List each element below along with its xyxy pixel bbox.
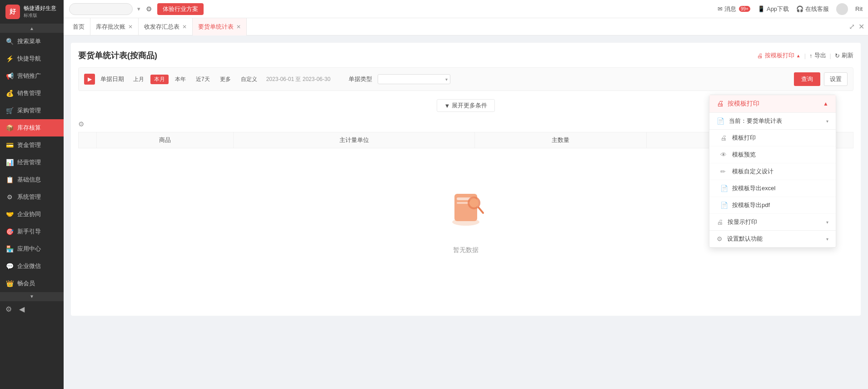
order-type-select[interactable] (378, 74, 450, 84)
date-btn-this-month[interactable]: 本月 (150, 75, 169, 84)
filter-expand-icon[interactable]: ▶ (84, 74, 95, 85)
sidebar: 好 畅捷通好生意 标准版 ▲ 🔍 搜索菜单 ⚡ 快捷导航 📢 营销推广 💰 销售… (0, 0, 64, 389)
finance-icon: 💳 (5, 141, 14, 149)
collab-icon: 🤝 (5, 210, 14, 218)
date-btn-this-year[interactable]: 本年 (171, 75, 190, 84)
sidebar-item-collab[interactable]: 🤝 企业协同 (0, 206, 64, 223)
quicknav-icon: ⚡ (5, 55, 14, 63)
sidebar-item-search[interactable]: 🔍 搜索菜单 (0, 33, 64, 50)
dropdown-item-template-design[interactable]: ✏ 模板自定义设计 (709, 163, 836, 180)
sidebar-item-system[interactable]: ⚙ 系统管理 (0, 188, 64, 206)
sidebar-scroll-down[interactable]: ▼ (0, 292, 64, 301)
refresh-icon: ↻ (835, 52, 840, 59)
display-print-chevron: ▾ (826, 220, 828, 225)
sidebar-bottom: ⚙ ◀ (0, 301, 64, 317)
topbar-search-box[interactable] (69, 3, 133, 15)
sales-icon: 💰 (5, 89, 14, 97)
sidebar-item-inventory[interactable]: 📦 库存核算 (0, 119, 64, 136)
message-icon: ✉ (718, 5, 723, 12)
template-print-btn[interactable]: 🖨 按模板打印 ▲ (757, 51, 801, 60)
topbar-right: ✉ 消息 99+ 📱 App下载 🎧 在线客服 Rit (718, 3, 863, 15)
message-badge: 99+ (739, 6, 750, 12)
expand-more-btn[interactable]: ▼ 展开更多条件 (437, 99, 495, 112)
tab-collect-summary[interactable]: 收发存汇总表 ✕ (139, 18, 193, 35)
settings-icon[interactable]: ⚙ (5, 305, 12, 313)
sidebar-collab-label: 企业协同 (17, 210, 41, 218)
template-print-dropdown: 🖨 按模板打印 ▲ 📄 当前：要货单统计表 ▾ 🖨 模板打印 👁 (709, 95, 836, 248)
dropdown-collapse-btn[interactable]: ▲ (823, 101, 828, 107)
sidebar-scroll-up[interactable]: ▲ (0, 24, 64, 33)
sidebar-item-sales[interactable]: 💰 销售管理 (0, 85, 64, 102)
dropdown-display-print[interactable]: 🖨 按显示打印 ▾ (709, 214, 836, 231)
dropdown-item-export-pdf[interactable]: 📄 按模板导出pdf (709, 197, 836, 214)
tabbar: 首页 库存批次账 ✕ 收发存汇总表 ✕ 要货单统计表 ✕ ⤢ ✕ (64, 18, 868, 35)
default-func-left: ⚙ 设置默认功能 (717, 235, 763, 243)
current-template-icon: 📄 (717, 117, 724, 125)
sidebar-operations-label: 经营管理 (17, 158, 41, 167)
basic-icon: 📋 (5, 176, 14, 184)
sidebar-sales-label: 销售管理 (17, 89, 41, 97)
date-btn-more[interactable]: 更多 (216, 75, 234, 84)
dropdown-header[interactable]: 🖨 按模板打印 ▲ (709, 95, 836, 113)
tab-inventory-batch-close[interactable]: ✕ (128, 24, 133, 30)
tab-order-stats[interactable]: 要货单统计表 ✕ (193, 18, 247, 35)
sidebar-appstore-label: 应用中心 (17, 245, 41, 253)
dropdown-current-left: 📄 当前：要货单统计表 (717, 117, 782, 125)
template-design-label: 模板自定义设计 (732, 167, 773, 176)
tab-close-all-icon[interactable]: ✕ (858, 22, 864, 31)
query-button[interactable]: 查询 (794, 72, 820, 86)
sidebar-item-quicknav[interactable]: ⚡ 快捷导航 (0, 50, 64, 67)
sidebar-item-purchase[interactable]: 🛒 采购管理 (0, 102, 64, 119)
dropdown-default-func[interactable]: ⚙ 设置默认功能 ▾ (709, 231, 836, 248)
svg-point-5 (469, 198, 479, 207)
date-btn-last-month[interactable]: 上月 (130, 75, 148, 84)
default-func-label: 设置默认功能 (727, 235, 763, 243)
system-icon: ⚙ (5, 193, 14, 201)
export-icon: ↑ (809, 52, 813, 59)
dropdown-item-template-preview[interactable]: 👁 模板预览 (709, 147, 836, 163)
settings-button[interactable]: 设置 (824, 72, 848, 86)
sidebar-search-label: 搜索菜单 (17, 37, 41, 45)
tab-inventory-batch-label: 库存批次账 (96, 23, 125, 31)
tab-order-stats-close[interactable]: ✕ (236, 24, 241, 30)
export-btn[interactable]: ↑ 导出 (809, 51, 826, 60)
sidebar-logo: 好 畅捷通好生意 标准版 (0, 0, 64, 24)
display-print-left: 🖨 按显示打印 (717, 218, 757, 226)
sidebar-item-finance[interactable]: 💳 资金管理 (0, 136, 64, 154)
tab-home[interactable]: 首页 (67, 18, 90, 35)
sidebar-item-basic[interactable]: 📋 基础信息 (0, 171, 64, 188)
online-service-btn[interactable]: 🎧 在线客服 (796, 5, 829, 13)
operations-icon: 📊 (5, 158, 14, 167)
date-btn-custom[interactable]: 自定义 (237, 75, 261, 84)
topbar-settings-icon[interactable]: ⚙ (146, 5, 152, 13)
username-label: Rit (855, 5, 863, 12)
message-btn[interactable]: ✉ 消息 99+ (718, 5, 750, 13)
sidebar-item-newbie[interactable]: 🎯 新手引导 (0, 223, 64, 240)
dropdown-item-export-excel[interactable]: 📄 按模板导出excel (709, 180, 836, 197)
user-avatar[interactable] (836, 3, 848, 15)
dropdown-item-template-print[interactable]: 🖨 模板打印 (709, 130, 836, 147)
tab-maximize-icon[interactable]: ⤢ (849, 22, 855, 31)
header-divider-1: | (804, 52, 806, 59)
current-template-label: 当前：要货单统计表 (729, 117, 782, 125)
app-download-btn[interactable]: 📱 App下载 (758, 5, 789, 13)
sidebar-wecom-label: 企业微信 (17, 262, 41, 270)
export-pdf-icon: 📄 (720, 202, 728, 209)
trial-btn[interactable]: 体验行业方案 (157, 3, 204, 15)
inventory-icon: 📦 (5, 124, 14, 132)
tab-collect-summary-close[interactable]: ✕ (182, 24, 187, 30)
tab-inventory-batch[interactable]: 库存批次账 ✕ (90, 18, 139, 35)
sidebar-finance-label: 资金管理 (17, 141, 41, 149)
collapse-icon[interactable]: ◀ (19, 305, 25, 313)
tab-order-stats-label: 要货单统计表 (198, 23, 234, 31)
dropdown-current-template[interactable]: 📄 当前：要货单统计表 ▾ (709, 113, 836, 130)
sidebar-item-wecom[interactable]: 💬 企业微信 (0, 258, 64, 275)
sidebar-item-appstore[interactable]: 🏪 应用中心 (0, 240, 64, 258)
sidebar-item-member[interactable]: 👑 畅会员 (0, 275, 64, 292)
topbar-dropdown-icon[interactable]: ▾ (137, 5, 140, 12)
sidebar-item-operations[interactable]: 📊 经营管理 (0, 154, 64, 171)
date-btn-7days[interactable]: 近7天 (192, 75, 214, 84)
refresh-btn[interactable]: ↻ 刷新 (835, 51, 853, 60)
table-settings-icon[interactable]: ⚙ (78, 120, 84, 128)
sidebar-item-marketing[interactable]: 📢 营销推广 (0, 67, 64, 85)
